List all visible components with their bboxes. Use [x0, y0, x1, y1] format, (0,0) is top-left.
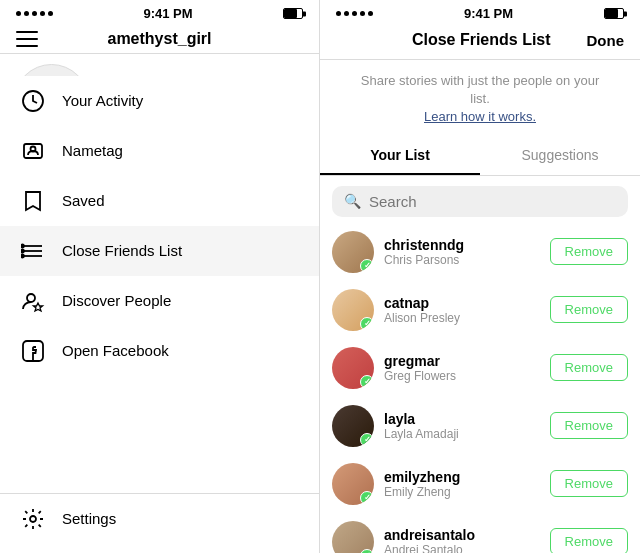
right-page-title: Close Friends List	[412, 31, 551, 49]
subtitle-text: Share stories with just the people on yo…	[320, 60, 640, 131]
friend-info: emilyzheng Emily Zheng	[384, 469, 540, 499]
friend-realname: Emily Zheng	[384, 485, 540, 499]
search-icon: 🔍	[344, 193, 361, 209]
drawer-menu: Your Activity Nametag Saved	[0, 76, 319, 553]
remove-button[interactable]: Remove	[550, 412, 628, 439]
left-time: 9:41 PM	[143, 6, 192, 21]
list-item: catnap Alison Presley Remove	[320, 281, 640, 339]
right-time: 9:41 PM	[464, 6, 513, 21]
friend-username: layla	[384, 411, 540, 427]
added-badge	[360, 491, 374, 505]
friend-realname: Alison Presley	[384, 311, 540, 325]
settings-icon	[20, 506, 46, 532]
list-item: gregmar Greg Flowers Remove	[320, 339, 640, 397]
search-bar[interactable]: 🔍	[332, 186, 628, 217]
friend-username: christenndg	[384, 237, 540, 253]
hamburger-icon[interactable]	[16, 31, 38, 47]
menu-item-settings[interactable]: Settings	[0, 493, 319, 543]
avatar	[332, 405, 374, 447]
search-input[interactable]	[369, 193, 616, 210]
friend-realname: Greg Flowers	[384, 369, 540, 383]
list-icon	[20, 238, 46, 264]
menu-item-discover[interactable]: Discover People	[0, 276, 319, 326]
remove-button[interactable]: Remove	[550, 238, 628, 265]
friend-info: christenndg Chris Parsons	[384, 237, 540, 267]
bookmark-icon	[20, 188, 46, 214]
facebook-icon	[20, 338, 46, 364]
remove-button[interactable]: Remove	[550, 528, 628, 553]
avatar	[332, 463, 374, 505]
activity-icon	[20, 88, 46, 114]
menu-item-close-friends[interactable]: Close Friends List	[0, 226, 319, 276]
friend-realname: Layla Amadaji	[384, 427, 540, 441]
battery	[283, 8, 303, 19]
tabs: Your List Suggestions	[320, 137, 640, 176]
menu-item-facebook[interactable]: Open Facebook	[0, 326, 319, 376]
friend-info: gregmar Greg Flowers	[384, 353, 540, 383]
subtitle-main: Share stories with just the people on yo…	[361, 73, 599, 106]
svg-point-9	[21, 249, 24, 252]
signal-dots	[16, 11, 53, 16]
friend-info: catnap Alison Presley	[384, 295, 540, 325]
friends-list: christenndg Chris Parsons Remove catnap …	[320, 223, 640, 553]
close-friends-label: Close Friends List	[62, 242, 182, 259]
avatar	[332, 347, 374, 389]
added-badge	[360, 549, 374, 553]
username-title: amethyst_girl	[107, 30, 211, 48]
added-badge	[360, 433, 374, 447]
svg-point-13	[30, 516, 36, 522]
list-item: layla Layla Amadaji Remove	[320, 397, 640, 455]
discover-icon	[20, 288, 46, 314]
svg-point-10	[21, 254, 24, 257]
nametag-icon	[20, 138, 46, 164]
list-item: andreisantalo Andrei Santalo Remove	[320, 513, 640, 553]
friend-username: emilyzheng	[384, 469, 540, 485]
avatar	[332, 231, 374, 273]
remove-button[interactable]: Remove	[550, 470, 628, 497]
svg-point-11	[27, 294, 35, 302]
left-panel: 9:41 PM amethyst_girl 440 following	[0, 0, 320, 553]
avatar	[332, 521, 374, 553]
discover-label: Discover People	[62, 292, 171, 309]
tab-your-list[interactable]: Your List	[320, 137, 480, 175]
friend-realname: Chris Parsons	[384, 253, 540, 267]
friend-username: gregmar	[384, 353, 540, 369]
nametag-label: Nametag	[62, 142, 123, 159]
left-top-nav: amethyst_girl	[0, 25, 319, 54]
list-item: emilyzheng Emily Zheng Remove	[320, 455, 640, 513]
added-badge	[360, 317, 374, 331]
menu-item-activity[interactable]: Your Activity	[0, 76, 319, 126]
menu-item-saved[interactable]: Saved	[0, 176, 319, 226]
svg-point-8	[21, 244, 24, 247]
right-status-bar: 9:41 PM	[320, 0, 640, 25]
remove-button[interactable]: Remove	[550, 296, 628, 323]
saved-label: Saved	[62, 192, 105, 209]
subtitle-link[interactable]: Learn how it works.	[424, 109, 536, 124]
friend-realname: Andrei Santalo	[384, 543, 540, 553]
list-item: christenndg Chris Parsons Remove	[320, 223, 640, 281]
settings-label: Settings	[62, 510, 116, 527]
friend-info: layla Layla Amadaji	[384, 411, 540, 441]
friend-info: andreisantalo Andrei Santalo	[384, 527, 540, 553]
facebook-label: Open Facebook	[62, 342, 169, 359]
right-panel: 9:41 PM Close Friends List Done Share st…	[320, 0, 640, 553]
menu-item-nametag[interactable]: Nametag	[0, 126, 319, 176]
right-top-nav: Close Friends List Done	[320, 25, 640, 60]
right-battery	[604, 8, 624, 19]
remove-button[interactable]: Remove	[550, 354, 628, 381]
friend-username: catnap	[384, 295, 540, 311]
avatar	[332, 289, 374, 331]
done-button[interactable]: Done	[586, 32, 624, 49]
added-badge	[360, 259, 374, 273]
added-badge	[360, 375, 374, 389]
left-status-bar: 9:41 PM	[0, 0, 319, 25]
tab-suggestions[interactable]: Suggestions	[480, 137, 640, 175]
friend-username: andreisantalo	[384, 527, 540, 543]
activity-label: Your Activity	[62, 92, 143, 109]
right-signal-dots	[336, 11, 373, 16]
